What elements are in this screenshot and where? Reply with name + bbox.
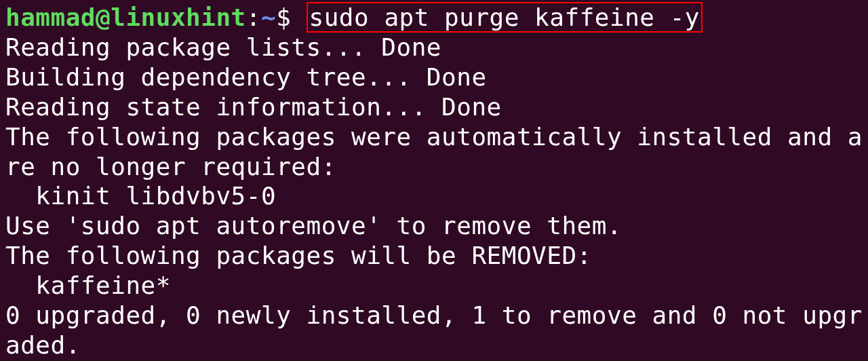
output-reading-state: Reading state information... Done bbox=[5, 92, 863, 122]
prompt-path: ~ bbox=[261, 3, 276, 31]
output-autoremove-hint: Use 'sudo apt autoremove' to remove them… bbox=[5, 211, 863, 241]
output-removed-package: kaffeine* bbox=[5, 271, 863, 301]
output-reading-lists: Reading package lists... Done bbox=[5, 33, 863, 62]
prompt-dollar: $ bbox=[276, 3, 306, 31]
output-building-tree: Building dependency tree... Done bbox=[5, 62, 863, 92]
output-auto-installed: The following packages were automaticall… bbox=[5, 122, 863, 182]
terminal-output: hammad@linuxhint:~$ sudo apt purge kaffe… bbox=[5, 3, 863, 360]
output-removed-header: The following packages will be REMOVED: bbox=[5, 241, 863, 271]
prompt-user-host: hammad@linuxhint bbox=[5, 3, 246, 31]
output-summary: 0 upgraded, 0 newly installed, 1 to remo… bbox=[5, 301, 863, 360]
command-line[interactable]: hammad@linuxhint:~$ sudo apt purge kaffe… bbox=[5, 3, 863, 33]
output-package-list: kinit libdvbv5-0 bbox=[5, 181, 863, 211]
command-text-highlighted: sudo apt purge kaffeine -y bbox=[307, 2, 703, 33]
prompt-colon: : bbox=[246, 3, 261, 31]
